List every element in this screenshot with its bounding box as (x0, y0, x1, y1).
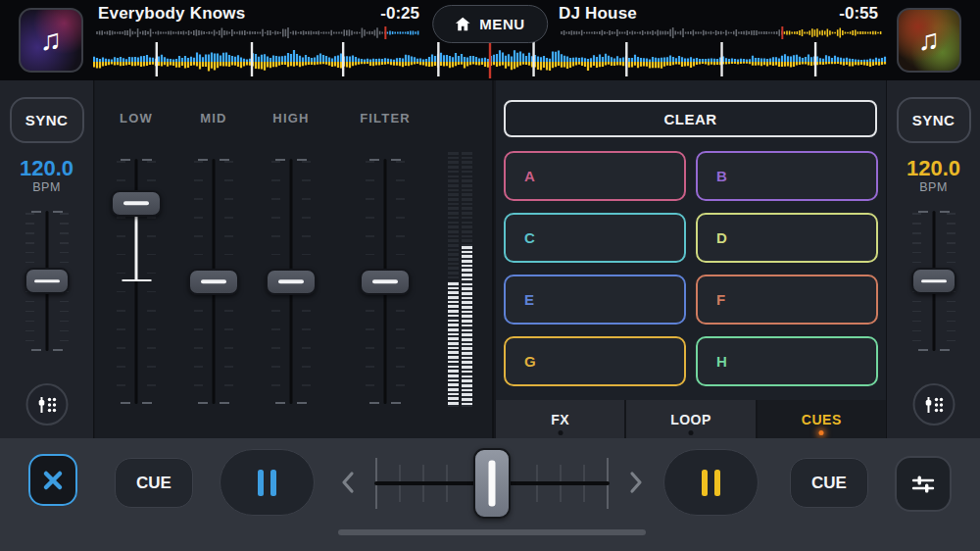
tab-fx[interactable]: FX (496, 400, 624, 438)
deck-left-bpm-value: 120.0 (0, 156, 93, 181)
menu-button[interactable]: MENU (432, 5, 548, 43)
deck-right-album-art[interactable]: ♫ (897, 8, 961, 73)
deck-left-cue-button[interactable]: CUE (115, 458, 193, 508)
mixer-panel: LOW MID HIGH (95, 80, 441, 438)
deck-left-pitch-handle[interactable] (24, 268, 70, 294)
music-note-icon: ♫ (918, 25, 941, 55)
deck-left-time-remaining: -0:25 (353, 4, 419, 24)
dj-app: ♫ ♫ Everybody Knows -0:25 DJ House -0:55… (0, 0, 980, 551)
tab-indicator-dot (819, 430, 824, 435)
pause-icon (702, 470, 708, 496)
menu-label: MENU (479, 16, 525, 32)
close-deck-button[interactable] (28, 454, 77, 506)
deck-right-bpm-value: 120.0 (887, 156, 980, 181)
bottom-scroll-indicator[interactable] (338, 529, 646, 535)
transport-bar: CUE CUE (0, 438, 980, 551)
vu-meter-left-column (448, 152, 459, 407)
deck-right-pitch-handle[interactable] (911, 268, 956, 294)
filter-handle[interactable] (360, 269, 411, 295)
deck-right-pitch-fader[interactable] (912, 211, 956, 351)
deck-right-column: SYNC 120.0 BPM (886, 80, 980, 438)
deck-right-time-remaining: -0:55 (806, 4, 878, 24)
clear-cues-button[interactable]: CLEAR (504, 100, 877, 137)
channel-label: FILTER (351, 111, 419, 125)
mid-eq-slider[interactable] (194, 159, 233, 404)
deck-left-pitch-fader[interactable] (25, 211, 69, 351)
mid-eq-handle[interactable] (188, 269, 239, 295)
channel-label: LOW (102, 111, 171, 125)
cue-pads-grid: A B C D E F G H (504, 151, 878, 386)
deck-left-overview-waveform[interactable] (96, 26, 419, 39)
deck-right-cue-button[interactable]: CUE (790, 458, 868, 508)
deck-right-bpm-label: BPM (887, 180, 980, 194)
filter-slider[interactable] (366, 159, 405, 404)
deck-left-eq-button[interactable] (25, 383, 68, 426)
deck-right-pause-button[interactable] (663, 449, 759, 516)
deck-right-overview-waveform[interactable] (561, 26, 882, 39)
deck-left-pause-button[interactable] (220, 449, 315, 516)
cue-pad-h[interactable]: H (696, 336, 878, 386)
deck-left-bpm-label: BPM (0, 180, 93, 194)
vu-meter (441, 80, 494, 438)
deck-right-eq-button[interactable] (912, 383, 955, 426)
fx-loop-cues-tab-bar: FX LOOP CUES (496, 400, 886, 438)
eq-mixer-icon (36, 394, 58, 416)
top-bar: ♫ ♫ Everybody Knows -0:25 DJ House -0:55… (0, 0, 980, 80)
channel-label: HIGH (257, 111, 325, 125)
music-note-icon: ♫ (40, 25, 63, 55)
mixer-settings-button[interactable] (895, 456, 952, 512)
cue-pad-d[interactable]: D (696, 213, 878, 263)
cue-pad-f[interactable]: F (696, 275, 878, 325)
crossfader-left-chevron-icon[interactable] (339, 471, 357, 494)
deck-left-sync-button[interactable]: SYNC (10, 97, 84, 143)
eq-mixer-icon (923, 394, 945, 416)
crossfader-handle[interactable] (473, 448, 511, 519)
mixer-channel-high: HIGH (257, 80, 325, 438)
cue-pads-panel: CLEAR A B C D E F G H FX LOOP CUES (496, 80, 886, 438)
tab-loop[interactable]: LOOP (624, 400, 755, 438)
low-offset-indicator (135, 217, 138, 282)
deck-left-column: SYNC 120.0 BPM (0, 80, 94, 438)
cue-pad-a[interactable]: A (504, 151, 686, 201)
vu-meter-right-column (462, 152, 472, 407)
crossfader-right-chevron-icon[interactable] (627, 471, 645, 494)
main-scrolling-waveform[interactable] (93, 40, 887, 78)
mixer-channel-low: LOW (102, 80, 171, 438)
deck-right-track-title: DJ House (559, 4, 637, 24)
high-eq-slider[interactable] (271, 159, 311, 404)
deck-left-album-art[interactable]: ♫ (19, 8, 83, 73)
cue-pad-c[interactable]: C (504, 213, 686, 263)
tab-indicator-dot (558, 430, 563, 435)
close-icon (41, 469, 65, 492)
cue-pad-b[interactable]: B (696, 151, 878, 201)
deck-left-track-title: Everybody Knows (98, 4, 245, 24)
tune-sliders-icon (910, 473, 936, 496)
cue-pad-e[interactable]: E (504, 275, 686, 325)
tab-indicator-dot (688, 430, 693, 435)
high-eq-handle[interactable] (266, 269, 317, 295)
mixer-channel-mid: MID (179, 80, 248, 438)
low-eq-slider[interactable] (117, 159, 156, 404)
low-eq-handle[interactable] (111, 190, 162, 217)
pause-icon (258, 470, 264, 496)
home-icon (455, 17, 470, 31)
tab-cues[interactable]: CUES (756, 400, 886, 438)
cue-pad-g[interactable]: G (504, 336, 686, 386)
channel-label: MID (179, 111, 248, 125)
mixer-channel-filter: FILTER (351, 80, 419, 438)
deck-right-sync-button[interactable]: SYNC (897, 97, 971, 143)
crossfader[interactable] (367, 446, 617, 520)
